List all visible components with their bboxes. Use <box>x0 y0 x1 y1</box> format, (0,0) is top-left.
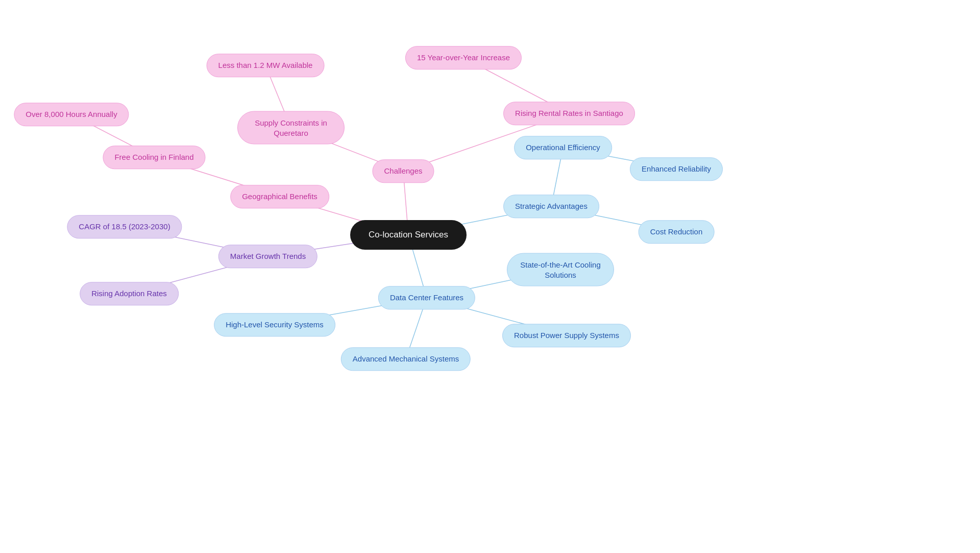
node-mechanical[interactable]: Advanced Mechanical Systems <box>341 347 471 371</box>
node-year-over-year[interactable]: 15 Year-over-Year Increase <box>405 46 522 69</box>
node-cooling[interactable]: State-of-the-Art Cooling Solutions <box>507 253 614 286</box>
node-cagr[interactable]: CAGR of 18.5 (2023-2030) <box>67 215 182 238</box>
node-less-than-mw[interactable]: Less than 1.2 MW Available <box>207 54 325 77</box>
node-over-8000[interactable]: Over 8,000 Hours Annually <box>14 103 129 126</box>
node-rising-rental[interactable]: Rising Rental Rates in Santiago <box>503 102 635 125</box>
connections-svg <box>0 0 980 553</box>
node-geographical[interactable]: Geographical Benefits <box>230 185 329 208</box>
node-enhanced-rel[interactable]: Enhanced Reliability <box>630 157 723 181</box>
node-supply-constraints[interactable]: Supply Constraints in Queretaro <box>237 111 345 145</box>
node-power-supply[interactable]: Robust Power Supply Systems <box>502 324 631 347</box>
node-market-growth[interactable]: Market Growth Trends <box>218 245 317 268</box>
node-operational-eff[interactable]: Operational Efficiency <box>514 136 612 159</box>
node-rising-adoption[interactable]: Rising Adoption Rates <box>80 282 179 305</box>
node-security[interactable]: High-Level Security Systems <box>214 313 335 336</box>
node-strategic-adv[interactable]: Strategic Advantages <box>503 195 599 218</box>
mind-map: Co-location Services Challenges Supply C… <box>0 0 980 553</box>
node-cost-reduction[interactable]: Cost Reduction <box>639 220 715 244</box>
node-center[interactable]: Co-location Services <box>350 220 467 250</box>
node-data-center[interactable]: Data Center Features <box>378 286 475 309</box>
node-free-cooling[interactable]: Free Cooling in Finland <box>103 146 205 169</box>
node-challenges[interactable]: Challenges <box>372 159 434 183</box>
